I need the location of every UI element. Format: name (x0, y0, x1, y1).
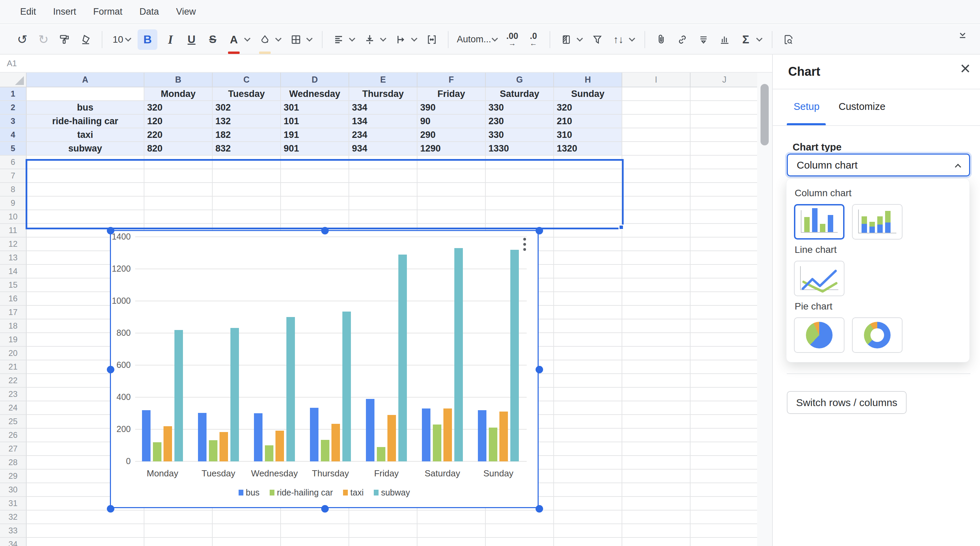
cell[interactable] (690, 497, 759, 511)
cell[interactable] (145, 183, 213, 197)
cell[interactable] (690, 319, 759, 333)
selection-handle[interactable] (107, 366, 115, 373)
cell[interactable] (554, 169, 622, 183)
cell[interactable] (27, 183, 145, 197)
cell[interactable]: 220 (145, 128, 213, 142)
row-header-17[interactable]: 17 (0, 306, 27, 319)
row-header-26[interactable]: 26 (0, 429, 27, 442)
cell[interactable] (281, 197, 349, 210)
cell[interactable]: 1290 (417, 142, 486, 156)
cell[interactable] (486, 210, 554, 224)
chart-menu-icon[interactable] (521, 236, 528, 253)
cell[interactable] (622, 224, 690, 238)
cell[interactable]: 330 (486, 128, 554, 142)
switch-rows-columns-button[interactable]: Switch rows / columns (787, 391, 907, 414)
cell[interactable] (690, 306, 759, 319)
cell[interactable] (622, 306, 690, 319)
underline-button[interactable]: U (183, 29, 200, 50)
cell[interactable]: Friday (417, 87, 486, 101)
cell[interactable]: 132 (213, 115, 281, 128)
selection-handle[interactable] (536, 366, 543, 373)
row-header-14[interactable]: 14 (0, 265, 27, 278)
cell[interactable] (27, 538, 145, 546)
row-header-13[interactable]: 13 (0, 251, 27, 265)
cell[interactable]: 901 (281, 142, 349, 156)
cell[interactable] (554, 388, 622, 401)
cell[interactable] (417, 156, 486, 169)
cell[interactable]: 101 (281, 115, 349, 128)
link-icon[interactable] (674, 29, 690, 50)
horizontal-align-button[interactable] (331, 29, 347, 50)
cell[interactable] (622, 169, 690, 183)
cell[interactable] (622, 524, 690, 538)
clear-format-icon[interactable] (78, 29, 94, 50)
row-header-2[interactable]: 2 (0, 101, 27, 115)
cell[interactable] (622, 442, 690, 456)
row-header-16[interactable]: 16 (0, 292, 27, 306)
cell[interactable] (554, 524, 622, 538)
selection-handle[interactable] (107, 505, 115, 513)
cell[interactable] (213, 538, 281, 546)
selection-handle[interactable] (536, 227, 543, 235)
cell[interactable]: Monday (145, 87, 213, 101)
cell[interactable]: 134 (349, 115, 417, 128)
cell[interactable]: 191 (281, 128, 349, 142)
cell[interactable] (622, 347, 690, 360)
cell[interactable] (554, 497, 622, 511)
cell[interactable] (349, 156, 417, 169)
cell[interactable] (554, 483, 622, 497)
cell[interactable] (554, 442, 622, 456)
cell[interactable] (690, 142, 759, 156)
cell[interactable] (622, 497, 690, 511)
text-rotation-button[interactable] (393, 29, 409, 50)
cell[interactable] (486, 156, 554, 169)
cell[interactable] (554, 374, 622, 388)
cell[interactable] (690, 511, 759, 524)
cell[interactable] (145, 538, 213, 546)
cell[interactable] (622, 470, 690, 483)
cell[interactable] (145, 524, 213, 538)
cell[interactable] (554, 360, 622, 374)
cell[interactable] (622, 115, 690, 128)
cell[interactable] (554, 265, 622, 278)
cell[interactable]: 90 (417, 115, 486, 128)
row-header-12[interactable]: 12 (0, 238, 27, 251)
cell[interactable] (281, 524, 349, 538)
cell[interactable] (690, 197, 759, 210)
cell[interactable]: 302 (213, 101, 281, 115)
row-header-31[interactable]: 31 (0, 497, 27, 511)
column-header-b[interactable]: B (145, 73, 213, 87)
cell[interactable]: 1320 (554, 142, 622, 156)
cell[interactable] (554, 183, 622, 197)
cell[interactable] (690, 470, 759, 483)
cell[interactable] (622, 415, 690, 429)
cell[interactable] (554, 278, 622, 292)
cell[interactable] (690, 388, 759, 401)
cell[interactable] (554, 210, 622, 224)
row-header-18[interactable]: 18 (0, 319, 27, 333)
cell[interactable] (690, 210, 759, 224)
bold-button[interactable]: B (138, 29, 158, 50)
cell[interactable]: ride-hailing car (27, 115, 145, 128)
cell[interactable]: subway (27, 142, 145, 156)
column-header-h[interactable]: H (554, 73, 622, 87)
selection-handle[interactable] (321, 227, 329, 235)
selection-handle[interactable] (321, 505, 329, 513)
row-header-32[interactable]: 32 (0, 511, 27, 524)
cell[interactable] (554, 333, 622, 347)
cell[interactable]: 320 (554, 101, 622, 115)
sort-chevron-icon[interactable] (629, 35, 635, 41)
cell[interactable]: Tuesday (213, 87, 281, 101)
cell[interactable]: 182 (213, 128, 281, 142)
column-header-e[interactable]: E (349, 73, 417, 87)
cell[interactable] (690, 538, 759, 546)
cell[interactable] (349, 169, 417, 183)
sum-chevron-icon[interactable] (756, 35, 762, 41)
row-header-1[interactable]: 1 (0, 87, 27, 101)
cell[interactable]: 390 (417, 101, 486, 115)
chart-type-option-pie[interactable] (794, 317, 845, 353)
chart-type-option-line[interactable] (794, 261, 845, 296)
column-header-j[interactable]: J (690, 73, 759, 87)
selection-handle[interactable] (107, 227, 115, 235)
cell[interactable] (554, 306, 622, 319)
